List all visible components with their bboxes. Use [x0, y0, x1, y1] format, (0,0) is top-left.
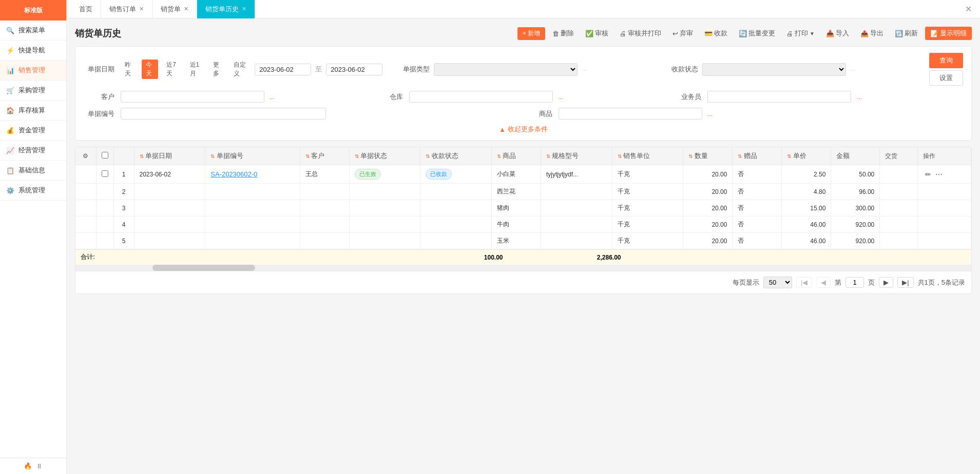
prev-page-btn[interactable]: ◀ [816, 277, 831, 288]
sidebar-item-sales-mgmt[interactable]: 📊 销售管理 [0, 61, 66, 81]
row-setting [75, 233, 96, 249]
last-page-btn[interactable]: ▶| [897, 277, 913, 288]
collect-button[interactable]: 💳 收款 [700, 27, 732, 40]
table-row: 3 猪肉 千克 20.00 否 15.00 300.00 [75, 200, 971, 216]
tab-sales-goods[interactable]: 销货单 ✕ [152, 0, 197, 18]
delete-button[interactable]: 🗑 删除 [548, 27, 578, 40]
row-spec: tyjytjytjydf... [541, 165, 612, 184]
new-button[interactable]: + 新增 [517, 27, 545, 40]
date-from-input[interactable] [255, 64, 311, 75]
customer-dots[interactable]: ... [270, 93, 275, 101]
col-spec[interactable]: ⇅ 规格型号 [541, 147, 612, 165]
date-custom[interactable]: 自定义 [229, 60, 251, 79]
row-action: ✏⋯ [918, 165, 971, 184]
table-row: 4 牛肉 千克 20.00 否 46.00 920.00 [75, 216, 971, 233]
edit-btn[interactable]: ✏ [923, 169, 933, 180]
row-checkbox[interactable] [96, 165, 113, 184]
row-gift: 否 [733, 216, 782, 233]
export-button[interactable]: 📤 导出 [856, 27, 888, 40]
doc-no-link[interactable]: SA-20230602-0 [210, 170, 257, 178]
sidebar-item-sys-mgmt[interactable]: ⚙️ 系统管理 [0, 181, 66, 201]
tab-sales-order[interactable]: 销售订单 ✕ [101, 0, 152, 18]
review-button[interactable]: ✅ 审核 [581, 27, 612, 40]
doc-type-select[interactable] [434, 63, 578, 76]
sidebar-item-quick-nav[interactable]: ⚡ 快捷导航 [0, 41, 66, 61]
date-1month[interactable]: 近1月 [186, 60, 205, 79]
tab-sales-history[interactable]: 销货单历史 ✕ [197, 0, 255, 18]
import-button[interactable]: 📥 导入 [822, 27, 853, 40]
review-print-button[interactable]: 🖨 审核并打印 [616, 27, 665, 40]
date-yesterday[interactable]: 昨天 [121, 60, 138, 79]
select-all-checkbox[interactable] [102, 152, 108, 159]
goods-input[interactable] [559, 108, 702, 120]
per-page-select[interactable]: 50 100 [763, 276, 792, 288]
sidebar-item-purchase-mgmt[interactable]: 🛒 采购管理 [0, 81, 66, 101]
sidebar-item-ops-mgmt[interactable]: 📈 经营管理 [0, 141, 66, 161]
abandon-button[interactable]: ↩ 弃审 [668, 27, 697, 40]
filter-collapse[interactable]: ▲ 收起更多条件 [84, 125, 963, 134]
row-price: 46.00 [782, 233, 831, 249]
tab-close-all[interactable]: ✕ [961, 4, 976, 14]
row-checkbox[interactable] [96, 216, 113, 233]
date-to-input[interactable] [326, 64, 382, 75]
tab-close-sales-history[interactable]: ✕ [242, 6, 246, 12]
row-checkbox[interactable] [96, 184, 113, 200]
show-detail-button[interactable]: 📝 显示明细 [925, 27, 972, 40]
fire-icon[interactable]: 🔥 [24, 462, 32, 470]
row-unit: 千克 [612, 200, 683, 216]
salesperson-dots[interactable]: ... [856, 93, 862, 101]
date-today[interactable]: 今天 [142, 60, 159, 79]
status-badge: 已生效 [355, 169, 381, 180]
more-btn[interactable]: ⋯ [933, 169, 945, 180]
col-price[interactable]: ⇅ 单价 [782, 147, 831, 165]
col-unit[interactable]: ⇅ 销售单位 [612, 147, 683, 165]
warehouse-dots[interactable]: ... [558, 93, 564, 101]
row-checkbox[interactable] [96, 233, 113, 249]
sidebar-item-search-menu[interactable]: 🔍 搜索菜单 [0, 21, 66, 41]
row-check[interactable] [102, 170, 108, 177]
next-page-btn[interactable]: ▶ [879, 277, 893, 288]
doc-no-input[interactable] [121, 108, 326, 120]
sidebar-item-inventory[interactable]: 🏠 库存核算 [0, 101, 66, 121]
row-checkbox[interactable] [96, 200, 113, 216]
table-row: 2 西兰花 千克 20.00 否 4.80 96.00 [75, 184, 971, 200]
salesperson-input[interactable] [707, 91, 851, 103]
sidebar-item-basic-info[interactable]: 📋 基础信息 [0, 161, 66, 181]
col-setting[interactable]: ⚙ [75, 147, 96, 165]
col-pay-status[interactable]: ⇅ 收款状态 [420, 147, 492, 165]
row-spec [541, 216, 612, 233]
col-gift[interactable]: ⇅ 赠品 [733, 147, 782, 165]
tab-home[interactable]: 首页 [71, 0, 101, 18]
col-doc-no[interactable]: ⇅ 单据编号 [205, 147, 300, 165]
col-goods[interactable]: ⇅ 商品 [492, 147, 541, 165]
sidebar-item-finance-mgmt[interactable]: 💰 资金管理 [0, 121, 66, 141]
ops-icon: 📈 [6, 147, 14, 154]
row-unit: 千克 [612, 233, 683, 249]
first-page-btn[interactable]: |◀ [796, 277, 812, 288]
page-input[interactable] [846, 277, 864, 288]
col-doc-status[interactable]: ⇅ 单据状态 [349, 147, 420, 165]
scrollbar-thumb[interactable] [152, 265, 255, 271]
col-amount[interactable]: 金额 [831, 147, 880, 165]
goods-dots[interactable]: ... [707, 110, 713, 117]
page-container: 销货单历史 + 新增 🗑 删除 ✅ 审核 🖨 审核并打印 ↩ 弃审 [67, 18, 980, 474]
setting-button[interactable]: 设置 [929, 70, 963, 86]
payment-status-select[interactable] [702, 63, 846, 76]
date-7days[interactable]: 近7天 [162, 60, 181, 79]
row-seq: 3 [113, 200, 134, 216]
scrollbar-container[interactable] [75, 265, 971, 271]
date-more[interactable]: 更多 [209, 60, 226, 79]
tab-close-sales-order[interactable]: ✕ [139, 6, 144, 12]
query-button[interactable]: 查询 [929, 53, 963, 68]
tab-close-sales-goods[interactable]: ✕ [184, 6, 188, 12]
print-button[interactable]: 🖨 打印 ▼ [782, 27, 819, 40]
filter-row-3: 单据编号 商品 ... [84, 108, 963, 120]
pause-icon[interactable]: ⏸ [36, 462, 43, 470]
customer-input[interactable] [121, 91, 264, 103]
refresh-button[interactable]: 🔃 刷新 [891, 27, 922, 40]
warehouse-input[interactable] [409, 91, 553, 103]
col-customer[interactable]: ⇅ 客户 [300, 147, 349, 165]
col-qty[interactable]: ⇅ 数量 [683, 147, 733, 165]
col-doc-date[interactable]: ⇅ 单据日期 [134, 147, 205, 165]
batch-change-button[interactable]: 🔄 批量变更 [735, 27, 779, 40]
